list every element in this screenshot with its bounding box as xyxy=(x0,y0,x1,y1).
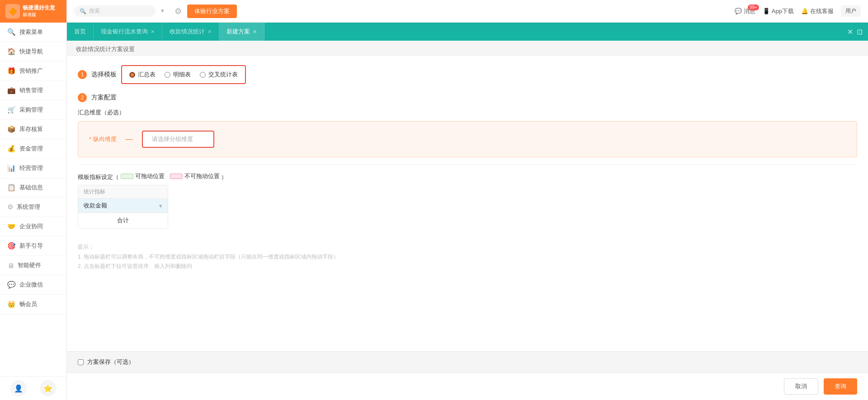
template-selector: 汇总表 明细表 交叉统计表 xyxy=(121,65,246,84)
sidebar-item-marketing[interactable]: 🎁 营销推广 xyxy=(0,61,66,81)
sidebar-item-label: 智能硬件 xyxy=(18,261,41,269)
logo-text: 畅捷通好生意 xyxy=(23,5,55,12)
sidebar-item-inventory[interactable]: 📦 库存核算 xyxy=(0,120,66,139)
sidebar-item-purchase[interactable]: 🛒 采购管理 xyxy=(0,100,66,120)
footer: 取消 查询 xyxy=(67,372,868,400)
step2-section: 2 方案配置 汇总维度（必选） * 纵向维度 — 请选择分组维度 xyxy=(78,93,857,276)
template-detail-radio[interactable] xyxy=(165,72,170,78)
step1-number: 1 xyxy=(78,70,87,79)
message-badge[interactable]: 💬 消息 99+ xyxy=(735,7,755,15)
sales-icon: 💼 xyxy=(7,86,16,94)
template-detail-option[interactable]: 明细表 xyxy=(165,71,191,79)
template-detail-label: 明细表 xyxy=(173,71,191,79)
tips-section: 提示： 1. 拖动标题栏可以调整布局，不可跨维度或指标区域拖动栏目字段（只能在同… xyxy=(78,238,857,276)
main-area: 🔍 搜索 ▾ ⚙ 体验行业方案 💬 消息 99+ 📱 App下载 🔔 在线客服 … xyxy=(67,0,868,400)
template-summary-radio[interactable] xyxy=(129,72,135,78)
sidebar-item-label: 采购管理 xyxy=(19,106,43,114)
tips-title: 提示： xyxy=(78,244,94,250)
column-dropdown-icon[interactable]: ▾ xyxy=(159,202,162,209)
industry-solution-button[interactable]: 体验行业方案 xyxy=(187,5,237,18)
topbar: 🔍 搜索 ▾ ⚙ 体验行业方案 💬 消息 99+ 📱 App下载 🔔 在线客服 … xyxy=(67,0,868,23)
sidebar-item-quick-nav[interactable]: 🏠 快捷导航 xyxy=(0,42,66,61)
tab-cashflow[interactable]: 现金银行流水查询 ✕ xyxy=(94,23,162,41)
config-section: 汇总维度（必选） * 纵向维度 — 请选择分组维度 xyxy=(78,108,857,276)
template-cross-radio[interactable] xyxy=(200,72,206,78)
system-icon: ⚙ xyxy=(7,203,13,211)
service-icon: 🔔 xyxy=(801,8,808,14)
vip-icon: 👑 xyxy=(7,300,16,308)
dimension-label: 汇总维度（必选） xyxy=(78,108,857,117)
metric-legend: 可拖动位置 不可拖动位置 xyxy=(121,172,220,180)
save-checkbox[interactable] xyxy=(78,359,84,365)
dimension-placeholder[interactable]: 请选择分组维度 xyxy=(142,131,214,148)
sidebar-item-label: 企业协同 xyxy=(19,222,43,231)
sidebar-footer-btn-1[interactable]: 👤 xyxy=(10,380,27,396)
topbar-right: 💬 消息 99+ 📱 App下载 🔔 在线客服 用户 xyxy=(735,5,861,17)
step1-title: 选择模板 xyxy=(91,71,117,79)
sidebar: 🔶 畅捷通好生意 标准版 🔍 搜索菜单 🏠 快捷导航 🎁 营销推广 💼 销售管理… xyxy=(0,0,67,400)
sidebar-item-label: 销售管理 xyxy=(19,86,43,94)
metric-settings-header: 模板指标设定（ 可拖动位置 不可拖动位置 xyxy=(78,172,857,181)
sidebar-item-system[interactable]: ⚙ 系统管理 xyxy=(0,198,66,217)
tab-actions: ✕ ⊡ xyxy=(847,28,868,36)
topbar-dropdown-icon[interactable]: ▾ xyxy=(161,7,169,15)
inventory-icon: 📦 xyxy=(7,125,16,133)
dimension-section: 汇总维度（必选） * 纵向维度 — 请选择分组维度 xyxy=(78,108,857,157)
topbar-gear-icon[interactable]: ⚙ xyxy=(175,6,182,16)
legend-draggable: 可拖动位置 xyxy=(121,172,165,180)
tab-new-plan[interactable]: 新建方案 ✕ xyxy=(219,23,264,41)
sidebar-item-guide[interactable]: 🎯 新手引导 xyxy=(0,236,66,256)
sidebar-footer-btn-2[interactable]: ⭐ xyxy=(40,380,56,396)
topbar-search-box[interactable]: 🔍 搜索 xyxy=(74,5,156,17)
sidebar-item-label: 经营管理 xyxy=(19,164,43,172)
sidebar-item-vip[interactable]: 👑 畅会员 xyxy=(0,295,66,314)
step2-number: 2 xyxy=(78,93,87,102)
sidebar-item-sales[interactable]: 💼 销售管理 xyxy=(0,81,66,100)
sidebar-item-smart-hw[interactable]: 🖥 智能硬件 xyxy=(0,256,66,275)
sidebar-item-enterprise-coop[interactable]: 🤝 企业协同 xyxy=(0,217,66,236)
sidebar-item-label: 营销推广 xyxy=(19,67,43,75)
tabbar: 首页 现金银行流水查询 ✕ 收款情况统计 ✕ 新建方案 ✕ ✕ ⊡ xyxy=(67,23,868,41)
query-button[interactable]: 查询 xyxy=(824,378,857,395)
step2-header: 2 方案配置 xyxy=(78,93,857,102)
sidebar-item-label: 库存核算 xyxy=(19,125,43,133)
bottom-section: 方案保存（可选） xyxy=(67,351,868,372)
app-download[interactable]: 📱 App下载 xyxy=(763,7,794,15)
smart-hw-icon: 🖥 xyxy=(7,262,14,269)
tab-restore-icon[interactable]: ⊡ xyxy=(857,28,863,36)
step1-section: 1 选择模板 汇总表 明细表 交叉统计表 xyxy=(78,65,857,84)
content-area: 收款情况统计方案设置 1 选择模板 汇总表 明细表 xyxy=(67,41,868,400)
template-cross-label: 交叉统计表 xyxy=(208,71,238,79)
sidebar-item-operations[interactable]: 📊 经营管理 xyxy=(0,159,66,178)
search-icon: 🔍 xyxy=(80,8,86,14)
guide-icon: 🎯 xyxy=(7,242,16,250)
tab-collection-close[interactable]: ✕ xyxy=(208,29,212,35)
tab-home[interactable]: 首页 xyxy=(67,23,94,41)
tab-new-plan-label: 新建方案 xyxy=(226,28,250,36)
sidebar-item-search-menu[interactable]: 🔍 搜索菜单 xyxy=(0,23,66,42)
fixed-box xyxy=(170,174,183,179)
tab-close-icon[interactable]: ✕ xyxy=(847,28,853,36)
sidebar-item-finance[interactable]: 💰 资金管理 xyxy=(0,139,66,159)
sidebar-logo: 🔶 畅捷通好生意 标准版 xyxy=(0,0,66,23)
page-breadcrumb: 收款情况统计方案设置 xyxy=(67,41,868,56)
cancel-button[interactable]: 取消 xyxy=(784,378,818,395)
page-body: 1 选择模板 汇总表 明细表 交叉统计表 xyxy=(67,56,868,351)
tab-collection[interactable]: 收款情况统计 ✕ xyxy=(162,23,219,41)
tab-cashflow-close[interactable]: ✕ xyxy=(151,29,155,35)
online-service[interactable]: 🔔 在线客服 xyxy=(801,7,834,15)
sidebar-item-basic-info[interactable]: 📋 基础信息 xyxy=(0,178,66,198)
user-info[interactable]: 用户 xyxy=(841,5,861,17)
save-option[interactable]: 方案保存（可选） xyxy=(78,358,857,366)
logo-sub: 标准版 xyxy=(23,12,55,18)
basic-info-icon: 📋 xyxy=(7,184,16,192)
template-cross-option[interactable]: 交叉统计表 xyxy=(200,71,238,79)
dimension-arrow-icon: — xyxy=(126,135,133,143)
wechat-icon: 💬 xyxy=(7,281,16,289)
purchase-icon: 🛒 xyxy=(7,106,16,114)
sidebar-item-wechat[interactable]: 💬 企业微信 xyxy=(0,275,66,295)
template-summary-option[interactable]: 汇总表 xyxy=(129,71,156,79)
tab-new-plan-close[interactable]: ✕ xyxy=(253,29,257,35)
sidebar-item-label: 快捷导航 xyxy=(19,47,43,56)
tab-collection-label: 收款情况统计 xyxy=(170,28,205,36)
